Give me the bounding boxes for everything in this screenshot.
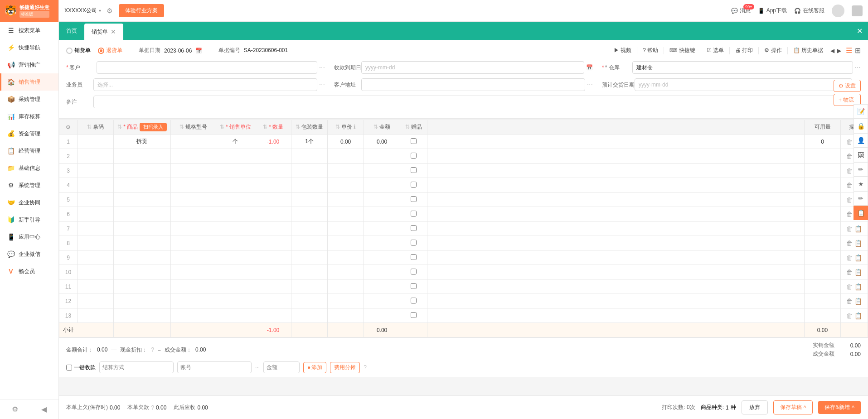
delete-icon[interactable]: 🗑 <box>846 196 853 203</box>
row-pkg[interactable] <box>291 222 328 236</box>
row-spec[interactable] <box>170 294 216 308</box>
row-spec[interactable] <box>170 308 216 323</box>
float-star-btn[interactable]: ★ <box>853 177 868 191</box>
customer-input[interactable] <box>97 61 317 74</box>
expense-split-btn[interactable]: 费用分摊 <box>330 362 360 373</box>
row-barcode[interactable] <box>78 294 114 308</box>
operation-btn[interactable]: ⚙ 操作 <box>761 45 784 56</box>
tab-sales-order[interactable]: 销货单 ✕ <box>84 24 123 40</box>
discard-btn[interactable]: 放弃 <box>742 400 768 414</box>
debit-info-icon[interactable]: ? <box>151 405 154 411</box>
row-price[interactable] <box>328 178 364 193</box>
row-pkg[interactable] <box>291 164 328 178</box>
row-spec[interactable] <box>170 207 216 222</box>
row-barcode[interactable] <box>78 236 114 250</box>
row-price[interactable] <box>328 207 364 222</box>
row-amount[interactable] <box>364 265 400 279</box>
row-gift[interactable] <box>400 193 427 207</box>
row-gift[interactable] <box>400 149 427 164</box>
row-barcode[interactable] <box>78 193 114 207</box>
copy-icon[interactable]: 📋 <box>854 283 862 290</box>
row-gift[interactable] <box>400 294 427 308</box>
one-click-checkbox[interactable] <box>66 365 72 371</box>
row-unit[interactable] <box>216 193 255 207</box>
row-barcode[interactable] <box>78 308 114 323</box>
copy-icon[interactable]: 📋 <box>854 254 862 261</box>
row-product[interactable] <box>114 265 171 279</box>
th-settings[interactable]: ⚙ <box>59 120 78 135</box>
row-amount[interactable] <box>364 308 400 323</box>
nav-next-btn[interactable]: ▶ <box>837 48 841 54</box>
sidebar-item-system[interactable]: ⚙ 系统管理 <box>0 177 58 194</box>
help-btn[interactable]: ? 帮助 <box>640 45 661 56</box>
row-gift[interactable] <box>400 236 427 250</box>
delete-icon[interactable]: 🗑 <box>846 254 853 261</box>
row-product[interactable] <box>114 222 171 236</box>
row-qty[interactable]: -1.00 <box>255 135 291 149</box>
row-spec[interactable] <box>170 265 216 279</box>
delete-icon[interactable]: 🗑 <box>846 167 853 174</box>
row-gift[interactable] <box>400 135 427 149</box>
row-amount[interactable] <box>364 250 400 265</box>
row-spec[interactable] <box>170 279 216 294</box>
sidebar-item-basic[interactable]: 📁 基础信息 <box>0 159 58 177</box>
row-pkg[interactable] <box>291 294 328 308</box>
message-btn[interactable]: 💬 消息 99+ <box>731 7 751 14</box>
row-barcode[interactable] <box>78 178 114 193</box>
delete-icon[interactable]: 🗑 <box>846 312 853 319</box>
one-click-collect-checkbox[interactable]: 一键收款 <box>66 364 96 371</box>
row-unit[interactable] <box>216 279 255 294</box>
float-edit-btn[interactable]: ✏ <box>853 162 868 177</box>
row-pkg[interactable] <box>291 308 328 323</box>
sidebar-item-purchase[interactable]: 📦 采购管理 <box>0 91 58 108</box>
float-note-btn[interactable]: 📝 <box>853 104 868 119</box>
row-product[interactable] <box>114 236 171 250</box>
row-product[interactable] <box>114 308 171 323</box>
row-pkg[interactable] <box>291 149 328 164</box>
sidebar-settings-btn[interactable]: ⚙ <box>10 403 20 415</box>
row-gift[interactable] <box>400 222 427 236</box>
account-input[interactable] <box>177 361 252 373</box>
row-unit[interactable] <box>216 222 255 236</box>
user-avatar[interactable] <box>832 5 844 17</box>
delete-icon[interactable]: 🗑 <box>846 240 853 247</box>
row-gift[interactable] <box>400 308 427 323</box>
history-btn[interactable]: 📋 历史单据 <box>790 45 826 56</box>
nav-prev-btn[interactable]: ◀ <box>830 48 834 54</box>
row-spec[interactable] <box>170 164 216 178</box>
row-barcode[interactable] <box>78 164 114 178</box>
row-qty[interactable] <box>255 294 291 308</box>
print-btn[interactable]: 🖨 打印 <box>732 45 756 56</box>
sidebar-item-appcenter[interactable]: 📱 应用中心 <box>0 228 58 246</box>
delete-icon[interactable]: 🗑 <box>846 153 853 160</box>
row-amount[interactable] <box>364 279 400 294</box>
sidebar-collapse-btn[interactable]: ◀ <box>39 403 48 415</box>
row-gift[interactable] <box>400 265 427 279</box>
sidebar-item-vip[interactable]: V 畅会员 <box>0 263 58 280</box>
sales-radio[interactable] <box>66 48 73 54</box>
row-qty[interactable] <box>255 149 291 164</box>
sidebar-item-inventory[interactable]: 📊 库存核算 <box>0 108 58 125</box>
row-pkg[interactable] <box>291 265 328 279</box>
calendar-icon[interactable]: 📅 <box>195 48 202 54</box>
row-amount[interactable] <box>364 207 400 222</box>
tab-close-icon[interactable]: ✕ <box>111 28 116 35</box>
add-payment-btn[interactable]: ● 添加 <box>303 362 326 373</box>
float-edit2-btn[interactable]: ✏ <box>853 191 868 206</box>
remarks-input[interactable] <box>93 96 861 108</box>
row-barcode[interactable] <box>78 279 114 294</box>
salesperson-input[interactable]: 选择... <box>93 78 317 91</box>
row-product[interactable] <box>114 279 171 294</box>
float-action-btn[interactable]: 📋 <box>853 206 868 220</box>
row-qty[interactable] <box>255 193 291 207</box>
row-price[interactable] <box>328 164 364 178</box>
row-product[interactable] <box>114 164 171 178</box>
table-settings-icon[interactable]: ⚙ <box>66 124 71 130</box>
row-gift[interactable] <box>400 164 427 178</box>
sidebar-item-operations[interactable]: 📋 经营管理 <box>0 142 58 159</box>
row-qty[interactable] <box>255 308 291 323</box>
delete-icon[interactable]: 🗑 <box>846 182 853 189</box>
row-spec[interactable] <box>170 236 216 250</box>
row-price[interactable]: 0.00 <box>328 135 364 149</box>
copy-icon[interactable]: 📋 <box>854 298 862 305</box>
